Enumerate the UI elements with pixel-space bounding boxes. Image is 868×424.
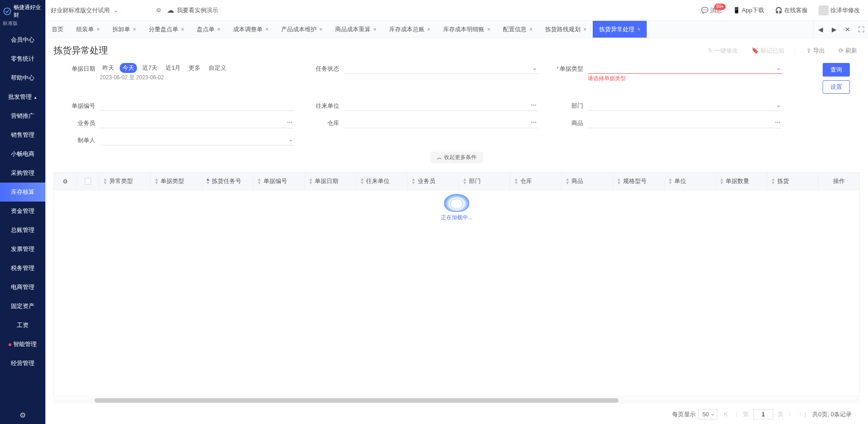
- more-icon[interactable]: ⋯: [531, 119, 537, 125]
- sidebar-item[interactable]: 库存核算: [0, 183, 45, 202]
- tab[interactable]: 成本调整单×: [227, 21, 275, 38]
- close-icon[interactable]: ×: [265, 26, 268, 33]
- tabs-close-all[interactable]: ✕: [841, 26, 854, 33]
- tab[interactable]: 拣货异常处理×: [593, 21, 647, 38]
- close-icon[interactable]: ×: [181, 26, 184, 33]
- column-header[interactable]: ▲▼拣货任务号: [202, 173, 254, 190]
- tab[interactable]: 分量盘点单×: [142, 21, 190, 38]
- user-menu[interactable]: 徐泽华修改: [816, 5, 863, 15]
- column-header[interactable]: ▲▼单据编号: [254, 173, 305, 190]
- close-icon[interactable]: ×: [427, 26, 430, 33]
- sidebar-item[interactable]: 营销推广: [0, 106, 45, 125]
- doc-type-input[interactable]: [588, 63, 782, 74]
- close-icon[interactable]: ×: [583, 26, 586, 33]
- next-page-button[interactable]: 〉: [788, 410, 794, 419]
- app-download-button[interactable]: 📱 App下载: [730, 6, 767, 14]
- close-icon[interactable]: ×: [319, 26, 322, 33]
- column-header[interactable]: ▲▼单据类型: [151, 173, 202, 190]
- messages-button[interactable]: 💬 消息 99+: [698, 6, 725, 14]
- maker-input[interactable]: [100, 135, 294, 145]
- column-header[interactable]: ▲▼规格型号: [613, 173, 664, 190]
- sidebar-item[interactable]: 资金管理: [0, 202, 45, 221]
- export-button[interactable]: ⇪ 导出: [804, 45, 828, 57]
- topbar-settings-icon[interactable]: ⚙: [156, 7, 161, 14]
- tab[interactable]: 首页: [45, 21, 70, 38]
- date-quick-option[interactable]: 昨天: [100, 63, 117, 73]
- chevron-down-icon[interactable]: ⌄: [532, 65, 537, 71]
- sidebar-item[interactable]: 小畅电商: [0, 145, 45, 164]
- column-header[interactable]: ▲▼单据日期: [305, 173, 356, 190]
- close-icon[interactable]: ×: [133, 26, 136, 33]
- tabs-fullscreen[interactable]: ⛶: [854, 26, 868, 33]
- sidebar-item[interactable]: 总账管理: [0, 221, 45, 240]
- sidebar-item[interactable]: 固定资产: [0, 297, 45, 316]
- chevron-down-icon[interactable]: ⌄: [288, 136, 293, 143]
- column-header[interactable]: ▲▼仓库: [510, 173, 561, 190]
- sidebar-item[interactable]: 采购管理: [0, 164, 45, 183]
- column-header[interactable]: ▲▼拣货: [767, 173, 819, 190]
- close-icon[interactable]: ×: [217, 26, 220, 33]
- doc-no-input[interactable]: [100, 100, 294, 111]
- sidebar-item[interactable]: 批发管理: [0, 87, 45, 106]
- warehouse-input[interactable]: [344, 117, 538, 128]
- goods-input[interactable]: [588, 117, 782, 128]
- settings-button[interactable]: 设置: [823, 80, 850, 94]
- date-quick-option[interactable]: 自定义: [206, 63, 229, 73]
- sidebar-item[interactable]: 发票管理: [0, 240, 45, 259]
- column-header[interactable]: ▲▼往来单位: [356, 173, 407, 190]
- more-icon[interactable]: ⋯: [775, 119, 781, 125]
- prev-page-button[interactable]: 〈: [732, 410, 738, 419]
- tab[interactable]: 盘点单×: [190, 21, 227, 38]
- page-size-select[interactable]: 50: [698, 409, 717, 419]
- close-icon[interactable]: ×: [97, 26, 100, 33]
- chevron-down-icon[interactable]: ⌄: [776, 65, 781, 71]
- sidebar-item[interactable]: 会员中心: [0, 30, 45, 49]
- tabs-scroll-left[interactable]: ◀: [814, 26, 827, 33]
- online-service-button[interactable]: 🎧 在线客服: [772, 6, 810, 14]
- column-header[interactable]: ▲▼商品: [562, 173, 613, 190]
- horizontal-scrollbar[interactable]: [54, 397, 860, 404]
- tab[interactable]: 拆卸单×: [106, 21, 142, 38]
- partner-input[interactable]: [344, 100, 538, 111]
- refresh-button[interactable]: ⟳ 刷新: [836, 45, 860, 57]
- sidebar-item[interactable]: 智能管理: [0, 335, 45, 354]
- tab[interactable]: 配置信息×: [497, 21, 539, 38]
- column-header[interactable]: ▲▼异常类型: [99, 173, 151, 190]
- chevron-down-icon[interactable]: ⌄: [776, 102, 781, 108]
- close-icon[interactable]: ×: [637, 26, 640, 33]
- tabs-scroll-right[interactable]: ▶: [827, 26, 841, 33]
- tab[interactable]: 商品成本重算×: [329, 21, 383, 38]
- sidebar-item[interactable]: 工资: [0, 316, 45, 335]
- query-button[interactable]: 查询: [823, 63, 850, 77]
- tab[interactable]: 拣货路线规划×: [539, 21, 593, 38]
- date-quick-option[interactable]: 近7天: [140, 63, 160, 73]
- close-icon[interactable]: ×: [487, 26, 490, 33]
- select-all-checkbox[interactable]: [77, 173, 99, 190]
- table-settings-button[interactable]: ⚙: [54, 173, 77, 190]
- more-icon[interactable]: ⋯: [531, 102, 537, 108]
- tab[interactable]: 组装单×: [70, 21, 106, 38]
- column-header[interactable]: ▲▼单据数量: [716, 173, 767, 190]
- brand-logo[interactable]: 畅捷通好业财: [0, 0, 45, 20]
- sidebar-item[interactable]: 经营管理: [0, 354, 45, 373]
- task-status-input[interactable]: [344, 63, 538, 74]
- close-icon[interactable]: ×: [529, 26, 532, 33]
- page-input[interactable]: [753, 409, 773, 419]
- sidebar-item[interactable]: 销售管理: [0, 125, 45, 145]
- last-page-button[interactable]: 〉|: [799, 410, 806, 419]
- column-header[interactable]: ▲▼业务员: [408, 173, 459, 190]
- sidebar-item[interactable]: 零售统计: [0, 49, 45, 68]
- close-icon[interactable]: ×: [373, 26, 376, 33]
- date-quick-option[interactable]: 今天: [120, 63, 137, 73]
- sidebar-item[interactable]: 税务管理: [0, 259, 45, 278]
- sidebar-item[interactable]: 电商管理: [0, 278, 45, 297]
- first-page-button[interactable]: K: [724, 411, 728, 418]
- tab[interactable]: 库存成本总账×: [383, 21, 437, 38]
- column-header[interactable]: ▲▼部门: [459, 173, 510, 190]
- salesman-input[interactable]: [100, 117, 294, 128]
- demo-link[interactable]: ☁ 我要看实例演示: [167, 6, 218, 14]
- tab[interactable]: 产品成本维护×: [275, 21, 329, 38]
- column-header[interactable]: ▲▼单位: [664, 173, 716, 190]
- more-icon[interactable]: ⋯: [287, 119, 293, 125]
- date-quick-option[interactable]: 更多: [186, 63, 203, 73]
